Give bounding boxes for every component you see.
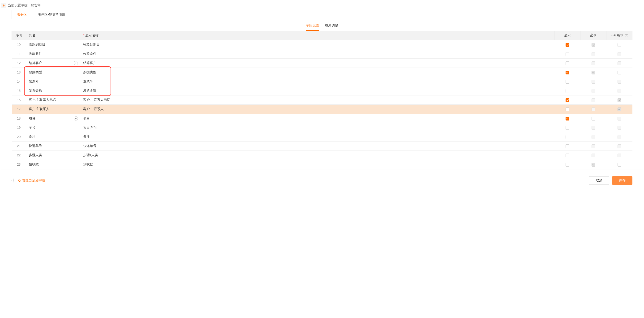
checkbox-readonly[interactable] bbox=[618, 43, 621, 47]
tab-0[interactable]: 表头区 bbox=[12, 10, 32, 19]
sub-tab-1[interactable]: 布局调整 bbox=[325, 22, 338, 31]
checkbox-show[interactable] bbox=[566, 80, 569, 84]
cell-seq: 15 bbox=[12, 86, 26, 96]
plus-icon[interactable]: + bbox=[74, 61, 78, 65]
cell-display[interactable]: 快递单号 bbox=[80, 142, 554, 151]
checkbox-show[interactable] bbox=[566, 71, 569, 74]
checkbox-show[interactable] bbox=[566, 98, 569, 102]
cell-display[interactable]: 项目.车号 bbox=[80, 123, 554, 132]
table-row: 21快递单号快递单号 bbox=[12, 142, 632, 151]
cell-display[interactable]: 备注 bbox=[80, 132, 554, 142]
cell-req bbox=[580, 132, 606, 142]
cell-ro bbox=[606, 68, 632, 77]
checkbox-required bbox=[592, 98, 595, 102]
checkbox-readonly bbox=[618, 144, 621, 148]
col-seq: 序号 bbox=[12, 31, 26, 40]
cell-seq: 13 bbox=[12, 68, 26, 77]
checkbox-show[interactable] bbox=[566, 163, 569, 166]
cell-display[interactable]: 步骤1人员 bbox=[80, 151, 554, 160]
cell-show bbox=[554, 77, 580, 86]
checkbox-show[interactable] bbox=[566, 52, 569, 56]
cell-ro bbox=[606, 50, 632, 58]
manage-custom-fields-link[interactable]: 管理自定义字段 bbox=[18, 178, 45, 183]
cell-show bbox=[554, 86, 580, 96]
checkbox-readonly[interactable] bbox=[618, 163, 621, 166]
cell-req bbox=[580, 142, 606, 151]
checkbox-show[interactable] bbox=[566, 144, 569, 148]
col-readonly: 不可编辑 ? bbox=[606, 31, 632, 40]
cell-display[interactable]: 发票号 bbox=[80, 77, 554, 86]
cell-display[interactable]: 客户.主联系人 bbox=[80, 105, 554, 114]
cell-display[interactable]: 收款到期日 bbox=[80, 40, 554, 50]
gear-icon bbox=[18, 179, 21, 182]
cell-colname: 步骤人员 bbox=[26, 151, 80, 160]
cell-seq: 22 bbox=[12, 151, 26, 160]
checkbox-show[interactable] bbox=[566, 62, 569, 65]
checkbox-readonly bbox=[618, 108, 621, 111]
cell-show bbox=[554, 123, 580, 132]
cell-ro bbox=[606, 132, 632, 142]
cell-show bbox=[554, 68, 580, 77]
cell-seq: 23 bbox=[12, 160, 26, 169]
cell-display[interactable]: 项目 bbox=[80, 114, 554, 123]
footer-left: ? 管理自定义字段 bbox=[12, 178, 45, 183]
checkbox-readonly bbox=[618, 135, 621, 139]
cell-colname: 收款到期日 bbox=[26, 40, 80, 50]
cell-colname: 客户.主联系人电话 bbox=[26, 96, 80, 105]
table-header-row: 序号 列名 *显示名称 显示 必录 不可编辑 ? bbox=[12, 31, 632, 40]
cell-seq: 14 bbox=[12, 77, 26, 86]
cell-seq: 17 bbox=[12, 105, 26, 114]
tab-1[interactable]: 表体区-销货单明细 bbox=[32, 10, 71, 19]
cell-ro bbox=[606, 151, 632, 160]
help-icon[interactable]: ? bbox=[12, 178, 15, 182]
checkbox-required[interactable] bbox=[592, 117, 595, 120]
checkbox-required bbox=[592, 135, 595, 139]
cancel-button[interactable]: 取消 bbox=[589, 176, 609, 185]
cell-req bbox=[580, 96, 606, 105]
field-table: 序号 列名 *显示名称 显示 必录 不可编辑 ? 10收款到期日收款到期日11收… bbox=[12, 31, 632, 169]
cell-show bbox=[554, 96, 580, 105]
cell-req bbox=[580, 123, 606, 132]
cell-ro bbox=[606, 40, 632, 50]
cell-req bbox=[580, 77, 606, 86]
checkbox-show[interactable] bbox=[566, 43, 569, 47]
checkbox-required bbox=[592, 80, 595, 84]
cell-display[interactable]: 客户.主联系人电话 bbox=[80, 96, 554, 105]
cell-seq: 19 bbox=[12, 123, 26, 132]
cell-show bbox=[554, 114, 580, 123]
cell-colname: 票据类型 bbox=[26, 68, 80, 77]
checkbox-show[interactable] bbox=[566, 117, 569, 120]
cell-display[interactable]: 结算客户 bbox=[80, 58, 554, 68]
help-icon[interactable]: ? bbox=[625, 34, 628, 37]
table-row: 22步骤人员步骤1人员 bbox=[12, 151, 632, 160]
cell-seq: 18 bbox=[12, 114, 26, 123]
cell-seq: 16 bbox=[12, 96, 26, 105]
col-show: 显示 bbox=[554, 31, 580, 40]
header-bar: 当前设置单据：销货单 bbox=[1, 1, 643, 10]
cell-seq: 21 bbox=[12, 142, 26, 151]
plus-icon[interactable]: + bbox=[74, 116, 78, 120]
expand-toggle[interactable] bbox=[1, 3, 6, 8]
checkbox-readonly[interactable] bbox=[618, 71, 621, 74]
checkbox-show[interactable] bbox=[566, 89, 569, 93]
checkbox-required bbox=[592, 163, 595, 166]
cell-ro bbox=[606, 96, 632, 105]
save-button[interactable]: 保存 bbox=[612, 176, 632, 185]
cell-req bbox=[580, 50, 606, 58]
cell-ro bbox=[606, 77, 632, 86]
checkbox-show[interactable] bbox=[566, 126, 569, 130]
checkbox-readonly bbox=[618, 154, 621, 157]
checkbox-show[interactable] bbox=[566, 135, 569, 139]
cell-display[interactable]: 发票金额 bbox=[80, 86, 554, 96]
cell-display[interactable]: 收款条件 bbox=[80, 50, 554, 58]
cell-display[interactable]: 预收款 bbox=[80, 160, 554, 169]
main-container: 当前设置单据：销货单 表头区表体区-销货单明细 字段设置布局调整 序号 列名 *… bbox=[1, 1, 643, 170]
checkbox-show[interactable] bbox=[566, 108, 569, 111]
cell-req bbox=[580, 151, 606, 160]
cell-display[interactable]: 票据类型 bbox=[80, 68, 554, 77]
cell-show bbox=[554, 151, 580, 160]
checkbox-show[interactable] bbox=[566, 154, 569, 157]
cell-colname: 收款条件 bbox=[26, 50, 80, 58]
sub-tab-0[interactable]: 字段设置 bbox=[306, 22, 319, 31]
table-row: 16客户.主联系人电话客户.主联系人电话 bbox=[12, 96, 632, 105]
